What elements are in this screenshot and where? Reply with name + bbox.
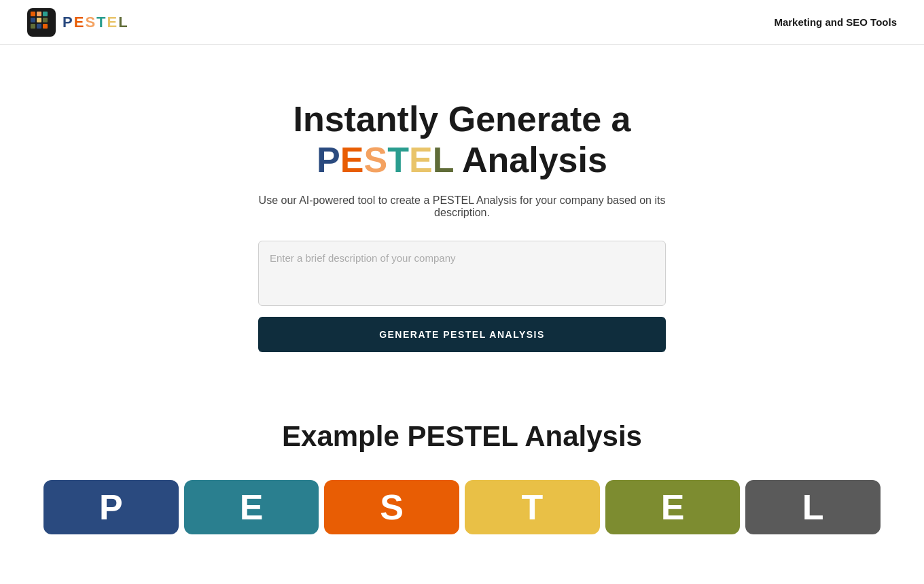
card-letter-e2: E bbox=[661, 487, 685, 528]
card-s[interactable]: S bbox=[324, 480, 459, 534]
card-e2[interactable]: E bbox=[605, 480, 741, 534]
svg-rect-8 bbox=[37, 24, 41, 29]
navbar: PESTEL Marketing and SEO Tools bbox=[0, 0, 924, 45]
hero-subtitle: Use our AI-powered tool to create a PEST… bbox=[231, 194, 693, 219]
card-p[interactable]: P bbox=[43, 480, 179, 534]
marketing-seo-link[interactable]: Marketing and SEO Tools bbox=[774, 16, 897, 28]
svg-rect-4 bbox=[31, 18, 35, 22]
example-section: Example PESTEL Analysis P E S T E L bbox=[0, 393, 924, 534]
analysis-suffix: Analysis bbox=[462, 140, 607, 179]
svg-rect-7 bbox=[31, 24, 35, 29]
pestel-l: L bbox=[433, 140, 454, 179]
card-letter-e1: E bbox=[240, 487, 264, 528]
card-letter-p: P bbox=[99, 487, 123, 528]
card-t[interactable]: T bbox=[465, 480, 600, 534]
logo-text: PESTEL bbox=[63, 14, 129, 31]
hero-title-line2: PESTEL Analysis bbox=[317, 140, 607, 181]
svg-rect-3 bbox=[43, 12, 48, 16]
generate-button[interactable]: GENERATE PESTEL ANALYSIS bbox=[258, 317, 666, 352]
svg-rect-6 bbox=[43, 18, 48, 22]
svg-rect-2 bbox=[37, 12, 41, 16]
pestel-p: P bbox=[317, 140, 340, 179]
hero-title-line1: Instantly Generate a bbox=[293, 99, 630, 140]
pestel-e2: E bbox=[409, 140, 433, 179]
hero-section: Instantly Generate a PESTEL Analysis Use… bbox=[0, 45, 924, 393]
example-title: Example PESTEL Analysis bbox=[27, 420, 897, 453]
company-description-input[interactable] bbox=[258, 241, 666, 306]
pestel-cards-row: P E S T E L bbox=[27, 480, 897, 534]
svg-rect-5 bbox=[37, 18, 41, 22]
pestel-s: S bbox=[363, 140, 387, 179]
card-letter-t: T bbox=[521, 487, 543, 528]
card-letter-l: L bbox=[802, 487, 824, 528]
svg-rect-9 bbox=[43, 24, 48, 29]
card-l[interactable]: L bbox=[745, 480, 881, 534]
svg-rect-1 bbox=[31, 12, 35, 16]
card-letter-s: S bbox=[380, 487, 404, 528]
card-e[interactable]: E bbox=[184, 480, 319, 534]
pestel-e: E bbox=[340, 140, 364, 179]
input-area: GENERATE PESTEL ANALYSIS bbox=[258, 241, 666, 352]
pestel-t: T bbox=[387, 140, 409, 179]
logo[interactable]: PESTEL bbox=[27, 8, 129, 37]
logo-icon bbox=[27, 8, 56, 37]
